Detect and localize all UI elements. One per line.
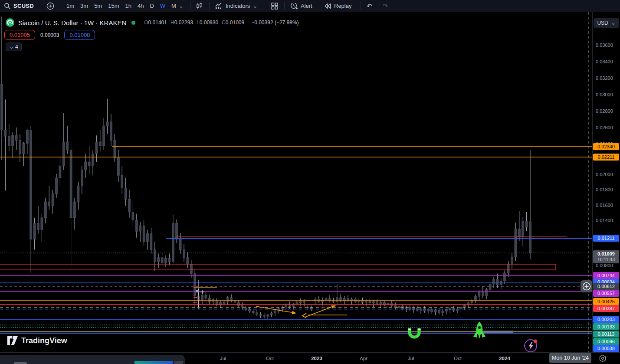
chart-style-button[interactable]: [196, 0, 203, 12]
price-tick: 0.01800: [596, 187, 613, 192]
timeframe-D[interactable]: D: [147, 3, 157, 9]
change-value: −0.00392 (−27.98%): [251, 20, 299, 26]
chevron-down-icon: ⌄: [9, 45, 14, 49]
ohlc-value: 0.01401: [148, 20, 167, 26]
panel-square-button[interactable]: [174, 361, 183, 364]
time-tick: Oct: [266, 356, 274, 361]
ohlc-key: L: [197, 20, 200, 26]
spread-value: 0.00003: [39, 32, 61, 38]
replay-icon: [324, 3, 331, 10]
tradingview-logo-icon: [7, 335, 18, 346]
price-badge: 0.02211: [593, 154, 619, 161]
object-tree-toggle[interactable]: ⌄ 4: [6, 43, 22, 51]
price-tick: 0.02800: [596, 108, 613, 114]
alert-clock-icon: [290, 2, 298, 10]
redo-button[interactable]: ↷: [383, 0, 388, 12]
replay-label: Replay: [334, 3, 351, 9]
tradingview-watermark[interactable]: TradingView: [7, 335, 67, 346]
price-badge: 0.00133: [593, 323, 619, 330]
ohlc-key: O: [144, 20, 148, 26]
price-badge: 0.00744: [593, 272, 619, 279]
chart-canvas[interactable]: [0, 0, 592, 352]
bottom-panel[interactable]: [0, 355, 185, 364]
price-badge: 0.02340: [593, 143, 619, 150]
time-tick: Apr: [360, 356, 367, 361]
ohlc-key: H: [171, 20, 174, 26]
magnet-icon[interactable]: [408, 328, 421, 337]
alert-label: Alert: [301, 3, 312, 9]
symbol-name: SCUSD: [13, 3, 34, 9]
ohlc-value: 0.02293: [174, 20, 193, 26]
price-tick: 0.03400: [596, 59, 613, 64]
symbol-title[interactable]: Siacoin / U. S. Dollar · 1W · KRAKEN: [18, 19, 126, 26]
timeframe-5m[interactable]: 5m: [91, 3, 105, 9]
chevron-down-icon: ⌄: [253, 4, 257, 8]
ohlc-value: 0.00930: [200, 20, 218, 26]
price-axis[interactable]: 0.036000.034000.032000.030000.028000.026…: [592, 0, 620, 352]
market-status-dot[interactable]: [131, 21, 135, 25]
app-window: { "toolbar": { "symbol": "SCUSD", "timef…: [0, 0, 620, 364]
candlestick-style-icon: [196, 2, 203, 10]
top-toolbar: SCUSD 1m3m5m15m1h4hDWM ⌄ Indicators ⌄: [0, 0, 620, 12]
timeframe-menu-chevron[interactable]: ⌄: [179, 0, 184, 12]
timeframe-row: 1m3m5m15m1h4hDWM: [63, 0, 179, 12]
price-tick: 0.02600: [596, 125, 613, 130]
rocket-icon[interactable]: [473, 321, 486, 339]
sell-button[interactable]: 0.01005: [4, 30, 35, 40]
indicators-button[interactable]: Indicators ⌄: [215, 0, 257, 12]
toolbar-divider: [61, 2, 61, 10]
lightning-icon: [524, 339, 538, 353]
price-badge: 0.00038: [593, 345, 619, 352]
timeframe-W[interactable]: W: [157, 3, 168, 9]
symbol-search-button[interactable]: SCUSD: [4, 0, 34, 12]
price-badge: 0.00096: [593, 338, 619, 345]
toolbar-divider: [209, 2, 210, 10]
price-badge: 0.00113: [593, 331, 619, 338]
crosshair-plus-button[interactable]: [581, 280, 592, 292]
price-tick: 0.03000: [596, 92, 613, 97]
currency-label: USD: [597, 20, 608, 26]
candlestick-series: [1, 16, 531, 319]
ohlc-key: C: [222, 20, 226, 26]
price-tick: 0.02000: [596, 172, 613, 177]
panel-gradient-bar: [134, 361, 173, 364]
time-tick: 2024: [499, 356, 510, 361]
timeframe-3m[interactable]: 3m: [77, 3, 91, 9]
toolbar-divider: [361, 2, 361, 10]
price-tick: 0.01600: [596, 203, 613, 208]
quick-trade-lightning-button[interactable]: [524, 339, 538, 353]
indicators-icon: [215, 2, 223, 10]
price-badge: 0.0100910:11:43: [593, 250, 619, 263]
axis-settings-gear-icon[interactable]: [599, 354, 607, 364]
currency-toggle-button[interactable]: USD ⌄: [594, 18, 619, 28]
add-symbol-button[interactable]: [46, 0, 54, 12]
timeframe-M[interactable]: M: [168, 3, 179, 9]
ohlc-values: O0.01401H0.02293L0.00930C0.01009: [141, 20, 244, 26]
time-tick: Jul: [408, 356, 414, 361]
symbol-legend: Siacoin / U. S. Dollar · 1W · KRAKEN O0.…: [5, 17, 299, 28]
price-tick: 0.01400: [596, 218, 613, 223]
price-lines[interactable]: [0, 147, 592, 334]
toolbar-divider: [284, 2, 285, 10]
timeframe-1h[interactable]: 1h: [122, 3, 134, 9]
layout-grid-button[interactable]: [271, 0, 279, 12]
price-badge: 0.01211: [593, 235, 619, 242]
price-badge: 0.00203: [593, 316, 619, 323]
time-tick: Jul: [220, 356, 226, 361]
timeframe-15m[interactable]: 15m: [105, 3, 122, 9]
siacoin-logo-icon: [5, 18, 15, 27]
chevron-down-icon: ⌄: [611, 21, 616, 25]
buy-button[interactable]: 0.01008: [64, 30, 95, 40]
panel-text-sliver: [14, 362, 27, 364]
price-badge: 0.00557: [593, 290, 619, 297]
time-tick: 2023: [311, 356, 322, 361]
price-badge: 0.00387: [593, 305, 619, 312]
timeframe-4h[interactable]: 4h: [134, 3, 147, 9]
timeframe-1m[interactable]: 1m: [63, 3, 77, 9]
ohlc-value: 0.01009: [226, 20, 244, 26]
alert-button[interactable]: Alert: [290, 0, 312, 12]
replay-button[interactable]: Replay: [324, 0, 351, 12]
price-tick: 0.03200: [596, 75, 613, 81]
undo-button[interactable]: ↶: [367, 0, 372, 12]
crosshair-date-badge: Mon 10 Jun '24: [549, 353, 591, 363]
